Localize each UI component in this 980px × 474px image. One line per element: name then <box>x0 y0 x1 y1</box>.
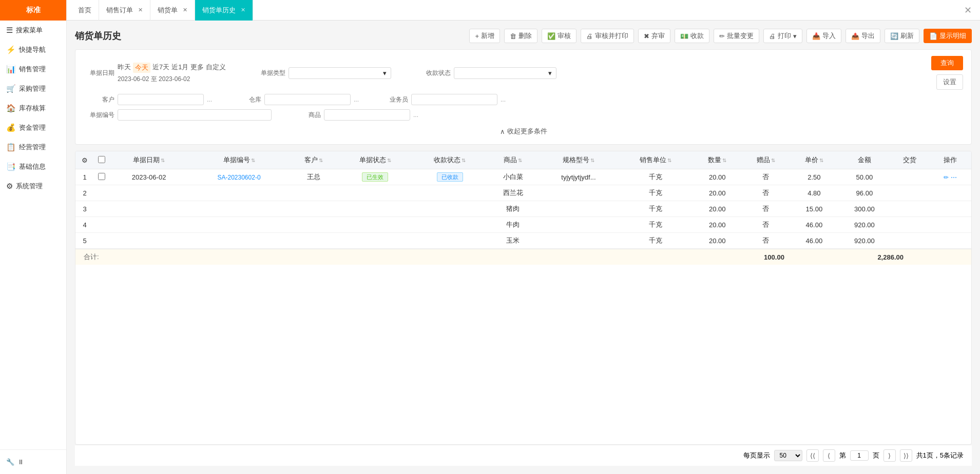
page-number-input[interactable] <box>850 450 869 461</box>
filter-type: 单据类型 ▾ <box>255 67 391 79</box>
tab-sales-order-close[interactable]: ✕ <box>138 7 143 13</box>
filter-docno-input[interactable] <box>118 109 272 121</box>
filter-staff-input[interactable] <box>411 94 497 105</box>
date-tag-7days[interactable]: 近7天 <box>152 63 169 73</box>
col-doc-status[interactable]: 单据状态⇅ <box>338 151 412 169</box>
filter-setting-button[interactable]: 设置 <box>936 74 963 90</box>
col-qty[interactable]: 数量⇅ <box>693 151 741 169</box>
doc-no-link[interactable]: SA-20230602-0 <box>218 174 261 181</box>
new-button[interactable]: + 新增 <box>469 29 500 43</box>
sidebar-item-search-menu[interactable]: ☰ 搜索菜单 <box>0 21 66 40</box>
filter-customer-input[interactable] <box>118 94 204 105</box>
audit-button[interactable]: ✅ 审核 <box>542 29 577 43</box>
sidebar-item-basic-info[interactable]: 📑 基础信息 <box>0 157 66 176</box>
col-gear[interactable]: ⚙ <box>75 151 94 169</box>
cell-checkbox <box>94 217 109 233</box>
cell-payment-status <box>413 233 487 249</box>
sidebar-item-inventory[interactable]: 🏠 库存核算 <box>0 98 66 118</box>
audit-print-button[interactable]: 🖨 审核并打印 <box>581 29 634 43</box>
filter-type-select[interactable]: ▾ <box>289 67 391 79</box>
col-payment-status[interactable]: 收款状态⇅ <box>413 151 487 169</box>
more-action-btn[interactable]: ⋯ <box>951 174 957 181</box>
sidebar-logo: 标准 <box>0 0 66 21</box>
abandon-button[interactable]: ✖ 弃审 <box>638 29 670 43</box>
tab-sales-goods-close[interactable]: ✕ <box>183 7 187 13</box>
filter-docno: 单据编号 <box>84 109 272 121</box>
sidebar-item-quick-nav[interactable]: ⚡ 快捷导航 <box>0 40 66 60</box>
tab-sales-history[interactable]: 销货单历史 ✕ <box>195 0 253 21</box>
filter-warehouse-input[interactable] <box>264 94 351 105</box>
cell-row-num: 3 <box>75 201 94 217</box>
goods-ellipsis[interactable]: ... <box>413 111 418 118</box>
tab-sales-history-close[interactable]: ✕ <box>241 7 245 13</box>
tab-sales-goods[interactable]: 销货单 ✕ <box>150 0 195 21</box>
purchase-icon: 🛒 <box>6 84 16 93</box>
new-label: 新增 <box>481 31 494 41</box>
col-goods[interactable]: 商品⇅ <box>487 151 539 169</box>
staff-ellipsis[interactable]: ... <box>501 96 506 103</box>
edit-action-btn[interactable]: ✏ <box>944 174 949 181</box>
filter-right-buttons: 查询 设置 <box>931 56 963 90</box>
page-last-btn[interactable]: ⟩⟩ <box>900 449 912 462</box>
row-checkbox[interactable] <box>98 173 105 180</box>
col-spec[interactable]: 规格型号⇅ <box>539 151 619 169</box>
col-customer[interactable]: 客户⇅ <box>290 151 338 169</box>
abandon-icon: ✖ <box>644 32 649 40</box>
cell-transaction <box>891 233 929 249</box>
cell-customer <box>290 217 338 233</box>
sidebar-settings-btn[interactable]: 🔧 ⏸ <box>0 454 66 470</box>
date-tag-today[interactable]: 今天 <box>133 63 150 73</box>
col-gift[interactable]: 赠品⇅ <box>741 151 790 169</box>
warehouse-ellipsis[interactable]: ... <box>354 96 359 103</box>
date-tag-more[interactable]: 更多 <box>190 63 204 73</box>
filter-payment-label: 收款状态 <box>420 69 451 77</box>
col-doc-date[interactable]: 单据日期⇅ <box>109 151 188 169</box>
filter-payment-select[interactable]: ▾ <box>454 67 556 79</box>
page-prev-btn[interactable]: ⟨ <box>823 449 835 462</box>
sidebar-item-purchase-mgmt[interactable]: 🛒 采购管理 <box>0 79 66 98</box>
show-details-icon: 📄 <box>929 32 937 40</box>
page-size-select[interactable]: 50 100 200 <box>774 450 802 461</box>
page-first-btn[interactable]: ⟨⟨ <box>806 449 819 462</box>
col-unit[interactable]: 销售单位⇅ <box>619 151 693 169</box>
tab-sales-goods-label: 销货单 <box>158 6 178 15</box>
date-tag-yesterday[interactable]: 昨天 <box>118 63 131 73</box>
cell-checkbox <box>94 169 109 185</box>
col-price[interactable]: 单价⇅ <box>790 151 838 169</box>
date-tag-1month[interactable]: 近1月 <box>171 63 188 73</box>
select-all-checkbox[interactable] <box>98 156 105 163</box>
batch-change-button[interactable]: ✏ 批量变更 <box>714 29 759 43</box>
tab-sales-order[interactable]: 销售订单 ✕ <box>99 0 150 21</box>
cell-doc-status <box>338 217 412 233</box>
tab-home[interactable]: 首页 <box>71 0 99 21</box>
filter-panel: 单据日期 昨天 今天 近7天 近1月 更多 自定义 2023-06-02 至 2… <box>75 49 972 145</box>
search-button[interactable]: 查询 <box>931 56 963 70</box>
print-button[interactable]: 🖨 打印 ▾ <box>763 29 802 43</box>
collect-button[interactable]: 💵 收款 <box>675 29 709 43</box>
show-details-button[interactable]: 📄 显示明细 <box>924 29 972 43</box>
sidebar-item-operations-mgmt[interactable]: 📋 经营管理 <box>0 137 66 157</box>
cell-doc-date <box>109 201 188 217</box>
filter-goods-label: 商品 <box>290 111 321 120</box>
collapse-filter-button[interactable]: ∧ 收起更多条件 <box>84 125 963 138</box>
cell-price: 4.80 <box>790 185 838 201</box>
finance-icon: 💰 <box>6 123 16 132</box>
sidebar-item-system-mgmt[interactable]: ⚙ 系统管理 <box>0 176 66 196</box>
delete-button[interactable]: 🗑 删除 <box>504 29 537 43</box>
sort-goods: ⇅ <box>518 157 522 163</box>
sidebar-item-sales-mgmt[interactable]: 📊 销售管理 <box>0 60 66 79</box>
cell-spec <box>539 201 619 217</box>
import-button[interactable]: 📥 导入 <box>806 29 841 43</box>
date-tag-custom[interactable]: 自定义 <box>206 63 226 73</box>
col-doc-no[interactable]: 单据编号⇅ <box>188 151 290 169</box>
payment-status-badge: 已收款 <box>437 172 463 182</box>
cell-goods: 玉米 <box>487 233 539 249</box>
page-next-btn[interactable]: ⟩ <box>883 449 896 462</box>
filter-goods-input[interactable] <box>324 109 410 121</box>
export-button[interactable]: 📤 导出 <box>846 29 880 43</box>
tab-close-all-btn[interactable]: ✕ <box>960 5 976 16</box>
refresh-button[interactable]: 🔄 刷新 <box>885 29 919 43</box>
sidebar-item-finance-mgmt[interactable]: 💰 资金管理 <box>0 118 66 137</box>
customer-ellipsis[interactable]: ... <box>207 96 212 103</box>
cell-doc-no <box>188 185 290 201</box>
